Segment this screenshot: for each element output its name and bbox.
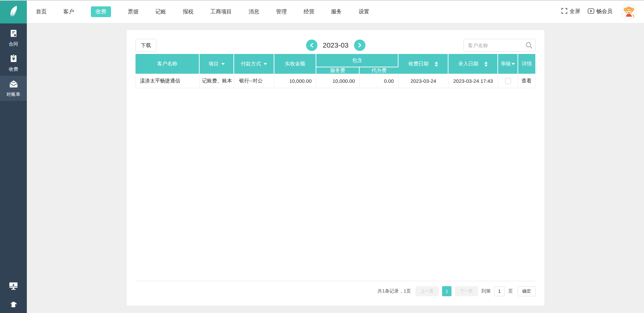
menu-item-settings[interactable]: 设置 <box>359 6 369 17</box>
menu-item-fees[interactable]: 收费 <box>91 6 111 17</box>
fullscreen-button[interactable]: 全屏 <box>561 8 580 15</box>
sort-icon[interactable] <box>484 62 488 67</box>
sidebar-bottom-icons <box>0 281 27 311</box>
client-download-icon[interactable] <box>8 281 18 292</box>
current-page-button[interactable]: 1 <box>442 286 451 296</box>
table-row: 漾濞太平畅捷通信 记账费、账本 银行--对公 10,000.00 10,000.… <box>136 74 535 88</box>
member-label: 畅会员 <box>596 8 612 15</box>
statement-icon <box>9 79 18 89</box>
goto-page-suffix: 页 <box>508 288 513 294</box>
goto-page-prefix: 到第 <box>481 288 491 294</box>
sidebar-item-label: 对账单 <box>6 91 20 98</box>
period-navigator: 2023-03 <box>306 39 365 52</box>
menu-item-invoices[interactable]: 票据 <box>128 6 139 17</box>
table-footer: 共1条记录，1页 上一页 1 下一页 到第 页 确定 <box>136 281 536 296</box>
customer-service-icon[interactable] <box>8 300 18 311</box>
next-page-button[interactable]: 下一页 <box>455 286 478 296</box>
col-header-include-group: 包含 <box>316 54 398 67</box>
current-period: 2023-03 <box>323 41 348 49</box>
fees-table: 客户名称 项目 付款方式 实收金额 包含 收费日期 录入日期 审核 详情 服务费… <box>136 54 535 88</box>
window-top-border <box>0 0 644 1</box>
confirm-page-button[interactable]: 确定 <box>518 286 536 296</box>
toolbar: 下载 2023-03 <box>136 39 536 52</box>
filter-caret-icon <box>264 63 267 65</box>
left-sidebar: 合同 ¥ 收费 对账单 <box>0 23 27 313</box>
sidebar-item-statements[interactable]: 对账单 <box>0 76 27 101</box>
view-detail-link[interactable]: 查看 <box>522 78 532 83</box>
cell-detail: 查看 <box>518 74 535 88</box>
col-header-detail: 详情 <box>518 54 535 74</box>
cell-audit <box>498 74 518 88</box>
pagination: 共1条记录，1页 上一页 1 下一页 到第 页 确定 <box>136 286 536 296</box>
cell-agency-fee: 0.00 <box>360 74 398 88</box>
menu-item-business-projects[interactable]: 工商项目 <box>210 6 232 17</box>
customer-search <box>464 39 536 52</box>
audit-checkbox[interactable] <box>505 78 511 84</box>
download-button[interactable]: 下载 <box>136 39 156 52</box>
topnav-right-actions: 全屏 畅会员 <box>561 4 637 19</box>
sidebar-item-contracts[interactable]: 合同 <box>0 25 27 51</box>
cell-service-fee: 10,000.00 <box>316 74 360 88</box>
svg-text:¥: ¥ <box>12 56 15 61</box>
col-header-entry-date-sort[interactable]: 录入日期 <box>448 54 498 74</box>
cell-amount: 10,000.00 <box>274 74 316 88</box>
filter-caret-icon <box>221 63 225 65</box>
filter-caret-icon <box>512 63 515 65</box>
goto-page-input[interactable] <box>494 287 505 296</box>
leaf-logo-icon <box>6 4 20 19</box>
col-header-audit-filter[interactable]: 审核 <box>498 54 518 74</box>
menu-item-services[interactable]: 服务 <box>331 6 342 17</box>
play-icon <box>588 8 594 16</box>
app-logo[interactable] <box>0 0 27 23</box>
menu-item-management[interactable]: 管理 <box>276 6 287 17</box>
col-header-charge-date-sort[interactable]: 收费日期 <box>398 54 448 74</box>
cell-entry-date: 2023-03-24 17:43 <box>448 74 498 88</box>
previous-page-button[interactable]: 上一页 <box>416 286 439 296</box>
fullscreen-label: 全屏 <box>570 8 580 15</box>
previous-month-button[interactable] <box>306 40 317 51</box>
col-header-payment-filter[interactable]: 付款方式 <box>234 54 274 74</box>
record-summary: 共1条记录，1页 <box>377 288 411 294</box>
cell-customer: 漾濞太平畅捷通信 <box>136 74 200 88</box>
menu-item-home[interactable]: 首页 <box>36 6 47 17</box>
col-header-service-fee: 服务费 <box>316 67 360 74</box>
col-header-amount: 实收金额 <box>274 54 316 74</box>
sidebar-item-label: 合同 <box>9 41 18 47</box>
menu-item-operations[interactable]: 经营 <box>304 6 314 17</box>
main-menu: 首页 客户 收费 票据 记账 报税 工商项目 消息 管理 经营 服务 设置 <box>36 6 369 17</box>
fee-icon: ¥ <box>9 54 18 64</box>
sidebar-item-label: 收费 <box>9 66 18 72</box>
fullscreen-icon <box>561 8 568 15</box>
col-header-customer: 客户名称 <box>136 54 200 74</box>
user-avatar[interactable] <box>621 4 637 19</box>
cell-project: 记账费、账本 <box>200 74 234 88</box>
menu-item-bookkeeping[interactable]: 记账 <box>155 6 166 17</box>
contract-icon <box>9 29 18 39</box>
menu-item-customers[interactable]: 客户 <box>63 6 74 17</box>
search-icon[interactable] <box>525 41 533 50</box>
cell-charge-date: 2023-03-24 <box>398 74 448 88</box>
sort-icon[interactable] <box>435 62 438 67</box>
col-header-project-filter[interactable]: 项目 <box>200 54 234 74</box>
menu-item-messages[interactable]: 消息 <box>249 6 259 17</box>
sidebar-item-fees[interactable]: ¥ 收费 <box>0 51 27 76</box>
statements-panel: 下载 2023-03 客户名称 <box>127 30 544 306</box>
cell-payment: 银行--对公 <box>234 74 274 88</box>
next-month-button[interactable] <box>354 40 365 51</box>
menu-item-tax[interactable]: 报税 <box>183 6 194 17</box>
col-header-agency-fee: 代办费 <box>360 67 398 74</box>
member-button[interactable]: 畅会员 <box>588 8 612 16</box>
top-navbar: 首页 客户 收费 票据 记账 报税 工商项目 消息 管理 经营 服务 设置 全屏 <box>0 0 644 23</box>
